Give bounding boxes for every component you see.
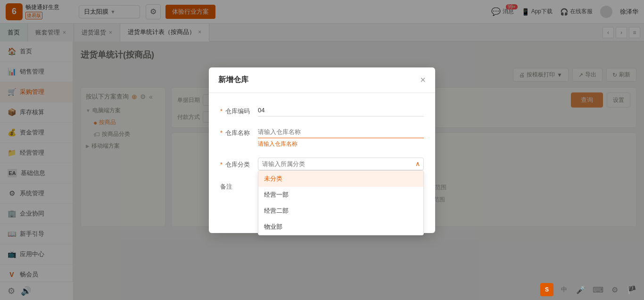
form-code-field [258,104,424,117]
modal-title: 新增仓库 [218,75,248,85]
category-select-wrap: ∧ [258,158,424,170]
form-code-label: * 仓库编码 [220,104,258,116]
new-warehouse-modal: 新增仓库 × * 仓库编码 * 仓库名称 [209,67,435,233]
settings2-icon[interactable]: ⚙ [608,283,621,296]
modal-header: 新增仓库 × [209,67,435,93]
modal-overlay: 新增仓库 × * 仓库编码 * 仓库名称 [0,0,644,300]
dropdown-item-0[interactable]: 未分类 [258,171,423,187]
flag-icon[interactable]: 🏴 [625,283,638,296]
form-name-field: 请输入仓库名称 [258,126,424,148]
dropdown-item-1[interactable]: 经营一部 [258,187,423,203]
mic-icon[interactable]: 🎤 [574,283,587,296]
category-input[interactable] [258,158,424,170]
form-row-category: * 仓库分类 ∧ 未分类 经营一部 经营二部 物业部 [220,158,424,170]
name-error-msg: 请输入仓库名称 [258,140,424,148]
form-row-name: * 仓库名称 请输入仓库名称 [220,126,424,148]
required-star-code: * [220,108,223,115]
category-dropdown-arrow[interactable]: ∧ [415,160,420,167]
form-category-field: ∧ 未分类 经营一部 经营二部 物业部 [258,158,424,170]
modal-close-btn[interactable]: × [420,75,426,84]
warehouse-code-input[interactable] [258,104,424,117]
form-row-code: * 仓库编码 [220,104,424,117]
required-star-name: * [220,129,223,136]
category-dropdown-list: 未分类 经营一部 经营二部 物业部 [258,170,424,235]
chinese-input-icon[interactable]: 中 [557,283,570,296]
bottom-icons-bar: S 中 🎤 ⌨ ⚙ 🏴 [535,279,644,300]
dropdown-item-2[interactable]: 经营二部 [258,203,423,219]
keyboard-icon[interactable]: ⌨ [591,283,604,296]
dropdown-item-3[interactable]: 物业部 [258,219,423,235]
form-note-label: 备注 [220,180,258,191]
form-category-label: * 仓库分类 [220,158,258,169]
required-star-category: * [220,161,223,168]
shuang-icon[interactable]: S [540,283,553,296]
modal-body: * 仓库编码 * 仓库名称 请输入仓库名称 [209,93,435,204]
warehouse-name-input[interactable] [258,126,424,138]
form-name-label: * 仓库名称 [220,126,258,137]
